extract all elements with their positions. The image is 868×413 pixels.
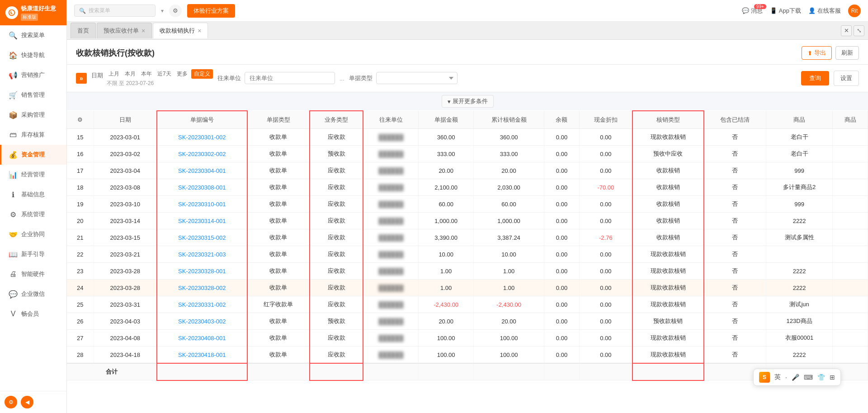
sidebar-item-finance[interactable]: 💰资金管理 xyxy=(0,145,66,165)
sidebar-item-sales[interactable]: 🛒销售管理 xyxy=(0,85,66,105)
app-download-btn[interactable]: 📱 App下载 xyxy=(770,7,801,15)
th-date[interactable]: 日期 xyxy=(94,111,157,129)
th-biz-type[interactable]: 业务类型 xyxy=(310,111,363,129)
filter-last-month[interactable]: 上月 xyxy=(107,69,121,79)
collapse-btn[interactable]: ◀ xyxy=(21,396,33,408)
sidebar-item-operations[interactable]: 📊经营管理 xyxy=(0,165,66,185)
sidebar-item-corp[interactable]: 🤝企业协同 xyxy=(0,224,66,244)
bill-no-link[interactable]: SK-20230331-002 xyxy=(178,301,226,308)
filter-more-dots[interactable]: ... xyxy=(340,75,344,82)
user-avatar[interactable]: Rit xyxy=(848,5,861,17)
cell-bill-type: 收款单 xyxy=(247,280,310,296)
industry-btn[interactable]: 体验行业方案 xyxy=(187,4,235,18)
bill-no-link[interactable]: SK-20230328-002 xyxy=(178,285,226,291)
sidebar-item-search[interactable]: 🔍搜索菜单 xyxy=(0,25,66,45)
tab-writeoff-close[interactable]: × xyxy=(198,27,201,34)
cell-date: 2023-03-14 xyxy=(94,213,157,229)
query-btn[interactable]: 查询 xyxy=(801,71,829,85)
bill-no-link[interactable]: SK-20230301-002 xyxy=(178,134,226,141)
ime-lang[interactable]: 英 xyxy=(774,373,781,381)
sidebar-item-wechat[interactable]: 💬企业微信 xyxy=(0,284,66,304)
table-row: 18 2023-03-08 SK-20230308-001 收款单 应收款 ██… xyxy=(67,179,868,196)
ime-grid[interactable]: ⊞ xyxy=(830,374,835,381)
sidebar-item-inventory[interactable]: 🗃库存核算 xyxy=(0,125,66,145)
filter-setting-btn[interactable]: 设置 xyxy=(834,71,859,86)
th-product2[interactable]: 商品 xyxy=(833,111,868,129)
th-accumulated[interactable]: 累计核销金额 xyxy=(473,111,544,129)
bill-no-link[interactable]: SK-20230302-002 xyxy=(178,151,226,157)
bill-no-link[interactable]: SK-20230418-001 xyxy=(178,351,226,358)
message-btn[interactable]: 💬 消息 99+ xyxy=(742,7,763,15)
sidebar-item-marketing[interactable]: 📢营销推广 xyxy=(0,65,66,85)
th-product[interactable]: 商品 xyxy=(766,111,833,129)
online-service-btn[interactable]: 👤 在线客服 xyxy=(808,7,841,15)
bill-no-link[interactable]: SK-20230403-002 xyxy=(178,318,226,325)
filter-this-year[interactable]: 本年 xyxy=(139,69,154,79)
ime-dot[interactable]: · xyxy=(785,374,787,381)
sidebar-item-purchase[interactable]: 📦采购管理 xyxy=(0,105,66,125)
th-bill-type[interactable]: 单据类型 xyxy=(247,111,310,129)
filter-toggle-btn[interactable]: » xyxy=(76,73,87,84)
hardware-icon: 🖨 xyxy=(9,270,18,279)
th-settings[interactable]: ⚙ xyxy=(67,111,94,129)
sidebar-item-hardware[interactable]: 🖨智能硬件 xyxy=(0,264,66,284)
bill-no-link[interactable]: SK-20230315-002 xyxy=(178,234,226,241)
cell-biz-type: 应收款 xyxy=(310,213,363,229)
sidebar-item-guide[interactable]: 📖新手引导 xyxy=(0,244,66,264)
th-include-cleared[interactable]: 包含已结清 xyxy=(704,111,766,129)
sidebar-item-basic[interactable]: ℹ基础信息 xyxy=(0,185,66,204)
tab-home[interactable]: 首页 xyxy=(71,23,96,38)
th-bill-no[interactable]: 单据编号 xyxy=(157,111,247,129)
topbar-gear-btn[interactable]: ⚙ xyxy=(169,5,182,17)
sidebar-item-quicknav[interactable]: 🏠快捷导航 xyxy=(0,45,66,65)
th-bill-amount[interactable]: 单据金额 xyxy=(419,111,473,129)
cell-biz-type: 预收款 xyxy=(310,146,363,162)
cell-writeoff-type: 现款收款核销 xyxy=(632,129,704,146)
export-btn[interactable]: ⬆ 导出 xyxy=(802,46,832,60)
ime-mic[interactable]: 🎤 xyxy=(792,374,799,381)
bill-no-link[interactable]: SK-20230321-003 xyxy=(178,251,226,258)
cell-product: 2222 xyxy=(766,347,833,364)
bill-no-link[interactable]: SK-20230314-001 xyxy=(178,218,226,224)
cell-balance: 0.00 xyxy=(544,196,579,213)
settings-icon-btn[interactable]: ⚙ xyxy=(5,396,17,408)
cell-bill-type: 收款单 xyxy=(247,162,310,179)
filter-custom[interactable]: 自定义 xyxy=(191,69,213,79)
cell-writeoff-type: 现款收款核销 xyxy=(632,263,704,280)
th-writeoff-type[interactable]: 核销类型 xyxy=(632,111,704,129)
filter-more[interactable]: 更多 xyxy=(175,69,189,79)
cell-bill-amount: 333.00 xyxy=(419,146,473,162)
filter-expand-btn[interactable]: ▾ 展开更多条件 xyxy=(442,95,494,108)
refresh-btn[interactable]: 刷新 xyxy=(835,46,859,60)
cell-accumulated: 360.00 xyxy=(473,129,544,146)
bill-no-link[interactable]: SK-20230310-001 xyxy=(178,201,226,208)
bill-no-link[interactable]: SK-20230408-001 xyxy=(178,335,226,342)
tab-receivable[interactable]: 预收应收付单 × xyxy=(97,23,152,38)
sidebar-item-member[interactable]: V畅会员 xyxy=(0,304,66,324)
cell-date: 2023-03-02 xyxy=(94,146,157,162)
bill-no-link[interactable]: SK-20230304-001 xyxy=(178,167,226,174)
sidebar-item-system[interactable]: ⚙系统管理 xyxy=(0,204,66,224)
filter-last-7days[interactable]: 近7天 xyxy=(156,69,173,79)
th-cash-discount[interactable]: 现金折扣 xyxy=(579,111,632,129)
tab-expand-btn[interactable]: ⤡ xyxy=(854,25,864,36)
th-balance[interactable]: 余额 xyxy=(544,111,579,129)
filter-counterpart-input[interactable] xyxy=(245,72,335,84)
cell-biz-type: 应收款 xyxy=(310,330,363,347)
bill-no-link[interactable]: SK-20230308-001 xyxy=(178,184,226,191)
tab-writeoff[interactable]: 收款核销执行 × xyxy=(153,23,208,38)
ime-keyboard[interactable]: ⌨ xyxy=(804,374,813,381)
filter-billtype-select[interactable] xyxy=(376,72,458,84)
ime-skin[interactable]: 👕 xyxy=(817,374,825,381)
cell-bill-amount: 20.00 xyxy=(419,313,473,330)
bill-no-link[interactable]: SK-20230328-001 xyxy=(178,268,226,275)
tab-receivable-close[interactable]: × xyxy=(142,27,145,34)
cell-cash-discount: 0.00 xyxy=(579,263,632,280)
tab-close-btn[interactable]: ✕ xyxy=(841,25,852,36)
topbar-dropdown-arrow[interactable]: ▾ xyxy=(161,8,164,14)
filter-this-month[interactable]: 本月 xyxy=(123,69,137,79)
th-counterpart[interactable]: 往来单位 xyxy=(363,111,419,129)
cell-date: 2023-04-08 xyxy=(94,330,157,347)
table-body: 15 2023-03-01 SK-20230301-002 收款单 应收款 ██… xyxy=(67,129,868,364)
topbar-search-box[interactable]: 🔍 搜索菜单 xyxy=(74,5,156,17)
